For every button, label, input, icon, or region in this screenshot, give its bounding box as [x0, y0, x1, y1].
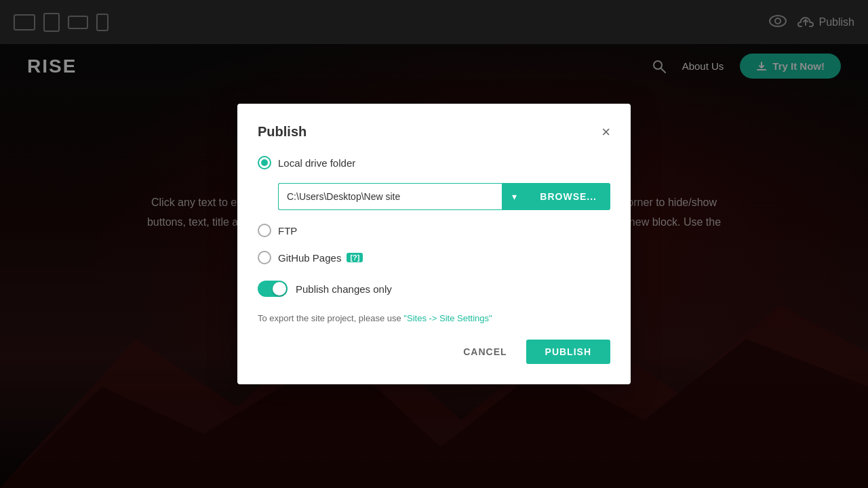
- github-pages-option[interactable]: GitHub Pages [?]: [258, 251, 610, 264]
- local-drive-label: Local drive folder: [278, 157, 355, 169]
- modal-footer: CANCEL PUBLISH: [258, 340, 610, 364]
- publish-modal: Publish × Local drive folder ▾ BROWSE...…: [237, 104, 631, 384]
- github-label-row: GitHub Pages [?]: [278, 252, 363, 264]
- export-link[interactable]: "Sites -> Site Settings": [403, 313, 492, 323]
- publish-modal-button[interactable]: PUBLISH: [526, 340, 610, 364]
- path-dropdown-button[interactable]: ▾: [502, 183, 526, 210]
- github-pages-label: GitHub Pages: [278, 252, 341, 264]
- cancel-button[interactable]: CANCEL: [452, 340, 517, 364]
- publish-changes-toggle[interactable]: [258, 281, 288, 297]
- browse-button[interactable]: BROWSE...: [526, 183, 610, 210]
- path-input[interactable]: [278, 183, 502, 210]
- local-drive-option[interactable]: Local drive folder: [258, 156, 610, 169]
- ftp-label: FTP: [278, 225, 297, 237]
- publish-changes-label: Publish changes only: [296, 283, 392, 295]
- ftp-option[interactable]: FTP: [258, 224, 610, 237]
- github-pages-radio[interactable]: [258, 251, 271, 264]
- dropdown-arrow: ▾: [512, 191, 517, 202]
- publish-changes-toggle-row: Publish changes only: [258, 281, 610, 297]
- modal-overlay: Publish × Local drive folder ▾ BROWSE...…: [0, 0, 868, 488]
- local-drive-radio[interactable]: [258, 156, 271, 169]
- modal-title: Publish: [258, 124, 307, 140]
- ftp-radio[interactable]: [258, 224, 271, 237]
- path-input-row: ▾ BROWSE...: [278, 183, 610, 210]
- export-note-prefix: To export the site project, please use: [258, 313, 403, 323]
- modal-header: Publish ×: [258, 124, 610, 140]
- export-note: To export the site project, please use "…: [258, 313, 610, 323]
- help-badge[interactable]: [?]: [347, 253, 363, 262]
- modal-close-button[interactable]: ×: [601, 125, 610, 140]
- toggle-knob: [273, 282, 286, 296]
